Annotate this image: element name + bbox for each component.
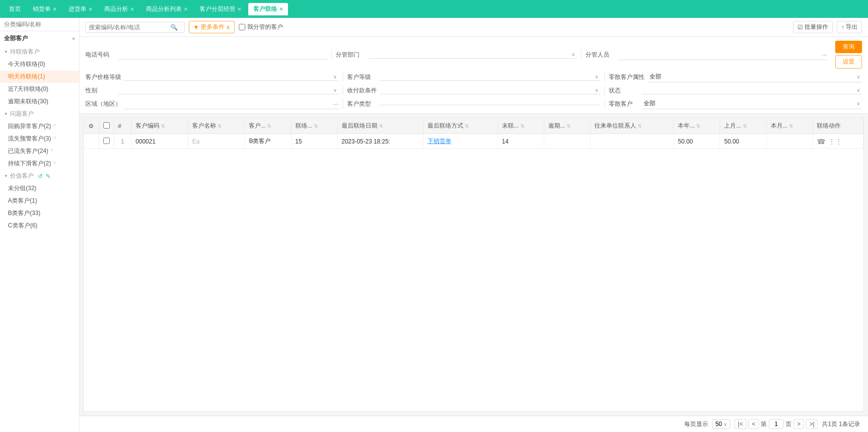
- sidebar-item-today-contact[interactable]: 今天待联络(0): [0, 58, 79, 71]
- td-type: B类客户: [245, 134, 291, 149]
- main-search-icon[interactable]: 🔍: [170, 24, 178, 31]
- th-checkbox[interactable]: [99, 118, 114, 134]
- th-unit-contact[interactable]: 往来单位联系人 ⇅: [590, 118, 674, 134]
- filter-status-select[interactable]: ∨: [642, 86, 862, 94]
- sidebar-item-declining[interactable]: 持续下滑客户(2) ?: [0, 157, 79, 170]
- sidebar-item-churned[interactable]: 已流失客户(24) ?: [0, 145, 79, 157]
- th-contact-count[interactable]: 联络... ⇅: [291, 118, 337, 134]
- sort-icon-unit: ⇅: [638, 123, 642, 129]
- page-first-button[interactable]: |<: [734, 419, 746, 429]
- nav-close-customer-tier[interactable]: ✕: [237, 6, 241, 12]
- page-prev-button[interactable]: <: [748, 419, 759, 429]
- filter-payment-select[interactable]: ∨: [380, 86, 600, 94]
- th-action: 联络动作: [812, 118, 863, 134]
- top-navigation: 首页 销货单 ✕ 进货单 ✕ 商品分析 ✕ 商品分析列表 ✕ 客户分层经营 ✕ …: [0, 0, 868, 18]
- td-unit-contact: [590, 134, 674, 149]
- filter-phone-input[interactable]: [118, 51, 327, 58]
- sort-icon-year: ⇅: [696, 123, 700, 129]
- filter-dept-select[interactable]: ∨: [368, 51, 578, 59]
- sidebar-item-abnormal-repurchase[interactable]: 回购异常客户(2) ?: [0, 120, 79, 133]
- export-button[interactable]: ↑ 导出: [837, 21, 862, 33]
- sidebar-item-churn-warning[interactable]: 流失预警客户(3) ?: [0, 133, 79, 145]
- row-checkbox[interactable]: [103, 138, 110, 144]
- edit-icon[interactable]: ✎: [46, 173, 51, 180]
- filter-price-level-select[interactable]: ∨: [124, 73, 339, 81]
- filter-retail-customer-select[interactable]: 全部 ∨: [642, 98, 862, 109]
- main-search-input[interactable]: [89, 24, 168, 31]
- sidebar-item-class-b[interactable]: B类客户(33): [0, 207, 79, 219]
- triangle-icon: ▼: [4, 50, 8, 54]
- page-size-select[interactable]: 50 ∨: [712, 419, 730, 429]
- sidebar-search-input[interactable]: [4, 21, 78, 28]
- help-icon-2[interactable]: ?: [53, 136, 56, 142]
- nav-close-product-analysis-list[interactable]: ✕: [184, 6, 188, 12]
- th-no-contact[interactable]: 未联... ⇅: [498, 118, 544, 134]
- nav-product-analysis[interactable]: 商品分析 ✕: [99, 3, 139, 15]
- filter-customer-level-select[interactable]: ∨: [380, 73, 600, 81]
- nav-close-customer-contact[interactable]: ✕: [279, 6, 283, 12]
- th-this-year[interactable]: 本年... ⇅: [674, 118, 720, 134]
- refresh-icon[interactable]: ↺: [38, 173, 43, 180]
- sort-icon-type: ⇅: [267, 123, 271, 129]
- export-icon: ↑: [841, 24, 844, 31]
- page-number-input[interactable]: [769, 419, 784, 429]
- filter-customer-type-select[interactable]: [380, 103, 600, 105]
- th-this-month[interactable]: 本月... ⇅: [766, 118, 812, 134]
- filter-person-input[interactable]: [618, 51, 821, 58]
- nav-customer-tier[interactable]: 客户分层经营 ✕: [195, 3, 246, 15]
- sidebar-item-ungrouped[interactable]: 未分组(32): [0, 182, 79, 195]
- sidebar-item-class-a[interactable]: A类客户(1): [0, 195, 79, 207]
- th-last-month[interactable]: 上月... ⇅: [720, 118, 766, 134]
- help-icon-4[interactable]: ?: [53, 161, 56, 166]
- chevron-down-page-size: ∨: [723, 422, 727, 427]
- nav-purchase-order[interactable]: 进货单 ✕: [64, 3, 97, 15]
- th-type[interactable]: 客户... ⇅: [245, 118, 291, 134]
- th-code[interactable]: 客户编码 ⇅: [132, 118, 188, 134]
- set-button[interactable]: 设置: [835, 55, 862, 69]
- contact-action-icon[interactable]: ☎: [817, 138, 825, 145]
- batch-operation-button[interactable]: ☑ 批量操作: [793, 21, 833, 33]
- nav-sales-order[interactable]: 销货单 ✕: [28, 3, 62, 15]
- query-button[interactable]: 查询: [835, 41, 862, 53]
- sidebar-group-value: ▼ 价值客户 ↺ ✎: [0, 170, 79, 182]
- th-settings[interactable]: ⚙: [84, 118, 99, 134]
- nav-home[interactable]: 首页: [4, 3, 26, 15]
- sort-icon-last-method: ⇅: [465, 123, 469, 129]
- nav-customer-contact[interactable]: 客户联络 ✕: [248, 3, 288, 15]
- sidebar-item-tomorrow-contact[interactable]: 明天待联络(1): [0, 71, 79, 83]
- filter-retail-attr-select[interactable]: 全部 ∨: [648, 72, 862, 82]
- filter-actions: 查询 设置: [835, 41, 862, 69]
- help-icon-3[interactable]: ?: [50, 148, 53, 154]
- nav-close-purchase-order[interactable]: ✕: [88, 6, 92, 12]
- sidebar-item-overdue-contact[interactable]: 逾期未联络(30): [0, 95, 79, 108]
- sidebar-item-7days-contact[interactable]: 近7天待联络(0): [0, 83, 79, 95]
- sort-icon-this-month: ⇅: [789, 123, 793, 129]
- my-customer-checkbox[interactable]: [239, 24, 245, 30]
- my-customer-checkbox-wrap[interactable]: 我分管的客户: [239, 23, 283, 31]
- th-name[interactable]: 客户名称 ⇅: [188, 118, 245, 134]
- td-checkbox[interactable]: [99, 134, 114, 149]
- triangle-icon-2: ▼: [4, 112, 8, 116]
- th-overdue[interactable]: 逾期... ⇅: [544, 118, 590, 134]
- sidebar-item-class-c[interactable]: C类客户(6): [0, 219, 79, 232]
- nav-product-analysis-list[interactable]: 商品分析列表 ✕: [141, 3, 193, 15]
- more-action-icon[interactable]: ⋮⋮: [828, 138, 842, 145]
- content-area: 🔍 ▼ 更多条件 ∧ 我分管的客户 ☑ 批量操作 ↑ 导出: [79, 18, 868, 432]
- nav-close-sales-order[interactable]: ✕: [53, 6, 57, 12]
- sidebar-all-customers[interactable]: 全部客户 «: [0, 31, 79, 46]
- filter-dots-person[interactable]: ···: [821, 51, 827, 59]
- filter-row-3: 性别 ∨ 收付款条件 ∨ 状态: [85, 85, 862, 95]
- nav-close-product-analysis[interactable]: ✕: [130, 6, 134, 12]
- help-icon-1[interactable]: ?: [53, 124, 56, 129]
- page-last-button[interactable]: >|: [806, 419, 818, 429]
- th-last-contact-date[interactable]: 最后联络日期 ⇅: [337, 118, 423, 134]
- more-filter-button[interactable]: ▼ 更多条件 ∧: [189, 21, 235, 33]
- th-last-contact-method[interactable]: 最后联络方式 ⇅: [423, 118, 498, 134]
- filter-region-input[interactable]: [124, 100, 333, 107]
- sidebar-group-pending: ▼ 待联络客户: [0, 46, 79, 58]
- filter-dots-region[interactable]: ···: [333, 100, 339, 108]
- select-all-checkbox[interactable]: [103, 122, 110, 129]
- filter-gender-select[interactable]: ∨: [118, 86, 339, 94]
- filter-dept: 分管部门 ∨: [336, 51, 578, 59]
- page-next-button[interactable]: >: [794, 419, 804, 429]
